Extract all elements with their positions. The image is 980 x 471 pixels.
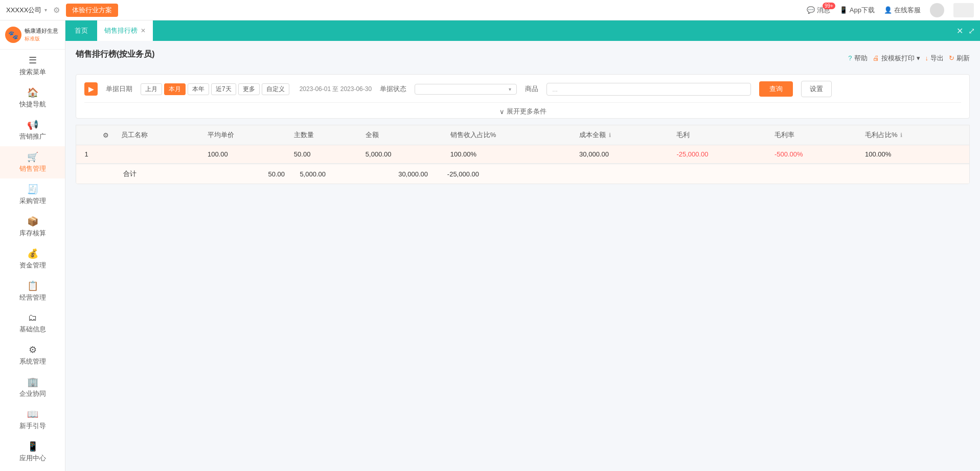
sidebar-item-system[interactable]: ⚙ 系统管理 xyxy=(0,339,65,371)
window-max-icon[interactable]: ⤢ xyxy=(968,26,975,36)
logo-tag: 标准版 xyxy=(25,35,58,42)
td-amount: 5,000.00 xyxy=(359,145,444,164)
sidebar-item-finance[interactable]: 💰 资金管理 xyxy=(0,243,65,275)
date-more-btn[interactable]: 更多 xyxy=(238,83,260,95)
sidebar-label-purchase: 采购管理 xyxy=(19,196,46,206)
avatar[interactable] xyxy=(930,3,944,17)
td-name xyxy=(115,145,201,164)
app-download-button[interactable]: 📱 App下载 xyxy=(839,6,875,15)
company-selector[interactable]: XXXXX公司 ▾ xyxy=(6,6,47,15)
table-footer: 合计 50.00 5,000.00 30,000.00 -25,000.00 xyxy=(76,164,969,184)
date-month-btn[interactable]: 本月 xyxy=(164,83,186,95)
online-service-label: 在线客服 xyxy=(894,6,921,15)
sidebar-label-base-info: 基础信息 xyxy=(19,325,46,334)
message-badge: 99+ xyxy=(823,3,835,9)
tab-sales-label: 销售排行榜 xyxy=(104,26,138,35)
status-select[interactable]: ▾ xyxy=(415,84,517,95)
footer-label: 合计 xyxy=(117,169,209,178)
td-rank: 1 xyxy=(76,145,97,164)
expand-btn[interactable]: ∨ 展开更多条件 xyxy=(499,107,546,116)
expand-chevron-icon: ∨ xyxy=(499,108,505,116)
th-cost: 成本全额 ℹ xyxy=(573,125,670,145)
window-close-icon[interactable]: ✕ xyxy=(956,26,963,36)
th-sales-pct: 销售收入占比% xyxy=(444,125,573,145)
td-settings xyxy=(97,145,115,164)
sidebar-label-app-center: 应用中心 xyxy=(19,454,46,463)
data-table: ⚙ 员工名称 平均单价 主数量 全额 销售收入占比% 成本全额 ℹ 毛利 毛利率 xyxy=(76,125,969,164)
refresh-button[interactable]: ↻ 刷新 xyxy=(949,54,970,63)
help-icon: ? xyxy=(848,54,852,62)
trial-button[interactable]: 体验行业方案 xyxy=(66,4,118,17)
sidebar-item-newbie[interactable]: 📖 新手引导 xyxy=(0,403,65,436)
expand-label: 展开更多条件 xyxy=(507,107,546,116)
sidebar-label-sales: 销售管理 xyxy=(19,164,46,173)
sidebar-label-operations: 经营管理 xyxy=(19,293,46,302)
refresh-icon: ↻ xyxy=(949,54,954,62)
sidebar-item-enterprise[interactable]: 🏢 企业协同 xyxy=(0,371,65,403)
td-gross: -25,000.00 xyxy=(670,145,768,164)
sidebar-label-system: 系统管理 xyxy=(19,357,46,366)
footer-amount: 5,000.00 xyxy=(291,170,332,178)
sidebar-item-app-center[interactable]: 📱 应用中心 xyxy=(0,436,65,468)
sidebar-item-purchase[interactable]: 🧾 采购管理 xyxy=(0,178,65,211)
logo-name: 畅康通好生意 xyxy=(25,27,58,35)
company-name: XXXXX公司 xyxy=(6,6,41,15)
th-name: 员工名称 xyxy=(115,125,201,145)
page-content: 销售排行榜(按业务员) ? 帮助 🖨 按模板打印 ▾ ↓ 导出 xyxy=(65,41,980,471)
company-chevron-icon: ▾ xyxy=(44,7,47,13)
username[interactable] xyxy=(953,3,974,17)
filter-toggle-arrow[interactable]: ▶ xyxy=(84,82,98,96)
sidebar-item-sales[interactable]: 🛒 销售管理 xyxy=(0,146,65,178)
sidebar-label-search: 搜索菜单 xyxy=(19,68,46,77)
date-custom-btn[interactable]: 自定义 xyxy=(262,83,289,95)
marketing-icon: 📢 xyxy=(27,119,38,130)
help-button[interactable]: ? 帮助 xyxy=(848,54,867,63)
sidebar: 🐾 畅康通好生意 标准版 ☰ 搜索菜单 🏠 快捷导航 📢 营销推广 🛒 销售管理… xyxy=(0,20,65,471)
operations-icon: 📋 xyxy=(27,280,38,291)
date-prev-btn[interactable]: 上月 xyxy=(141,83,162,95)
date-week-btn[interactable]: 近7天 xyxy=(211,83,236,95)
home-icon: 🏠 xyxy=(27,87,38,98)
footer-cells: 合计 50.00 5,000.00 30,000.00 -25,000.00 xyxy=(82,169,963,178)
sidebar-item-base-info[interactable]: 🗂 基础信息 xyxy=(0,307,65,339)
finance-icon: 💰 xyxy=(27,248,38,259)
online-service-button[interactable]: 👤 在线客服 xyxy=(884,6,921,15)
gross-pct-info-icon[interactable]: ℹ xyxy=(900,132,902,138)
tabs-right: ✕ ⤢ xyxy=(956,26,980,36)
sidebar-item-operations[interactable]: 📋 经营管理 xyxy=(0,275,65,307)
query-button[interactable]: 查询 xyxy=(759,81,793,97)
th-rank xyxy=(76,125,97,145)
system-icon: ⚙ xyxy=(29,344,37,355)
app-icon: 📱 xyxy=(839,6,848,14)
sidebar-item-search[interactable]: ☰ 搜索菜单 xyxy=(0,50,65,82)
tab-sales-ranking[interactable]: 销售排行榜 ✕ xyxy=(97,20,153,41)
date-year-btn[interactable]: 本年 xyxy=(188,83,209,95)
tab-close-icon[interactable]: ✕ xyxy=(141,27,146,34)
goods-placeholder: ... xyxy=(552,85,558,93)
purchase-icon: 🧾 xyxy=(27,184,38,195)
search-icon: ☰ xyxy=(29,55,37,66)
export-label: 导出 xyxy=(930,54,944,63)
export-button[interactable]: ↓ 导出 xyxy=(925,54,944,63)
settings-button[interactable]: 设置 xyxy=(801,81,832,97)
sidebar-item-wechat[interactable]: 💬 企业微信 xyxy=(0,468,65,471)
sidebar-item-marketing[interactable]: 📢 营销推广 xyxy=(0,114,65,146)
td-sales-pct: 100.00% xyxy=(444,145,573,164)
th-settings[interactable]: ⚙ xyxy=(97,125,115,145)
cost-info-icon[interactable]: ℹ xyxy=(609,132,611,138)
sidebar-item-quick-nav[interactable]: 🏠 快捷导航 xyxy=(0,82,65,114)
print-label: 按模板打印 xyxy=(881,54,915,63)
top-bar: XXXXX公司 ▾ ⚙ 体验行业方案 💬 消息 99+ 📱 App下载 👤 在线… xyxy=(0,0,980,20)
sidebar-item-inventory[interactable]: 📦 库存核算 xyxy=(0,211,65,243)
message-button[interactable]: 💬 消息 99+ xyxy=(807,6,830,15)
topbar-gear-icon[interactable]: ⚙ xyxy=(53,6,60,15)
goods-input[interactable]: ... xyxy=(546,83,751,96)
inventory-icon: 📦 xyxy=(27,216,38,227)
topbar-right: 💬 消息 99+ 📱 App下载 👤 在线客服 xyxy=(807,3,974,17)
print-button[interactable]: 🖨 按模板打印 ▾ xyxy=(873,54,920,63)
td-qty: 50.00 xyxy=(288,145,359,164)
tab-home[interactable]: 首页 xyxy=(65,20,97,41)
sidebar-label-marketing: 营销推广 xyxy=(19,132,46,141)
td-avg-price: 100.00 xyxy=(201,145,288,164)
refresh-label: 刷新 xyxy=(956,54,970,63)
